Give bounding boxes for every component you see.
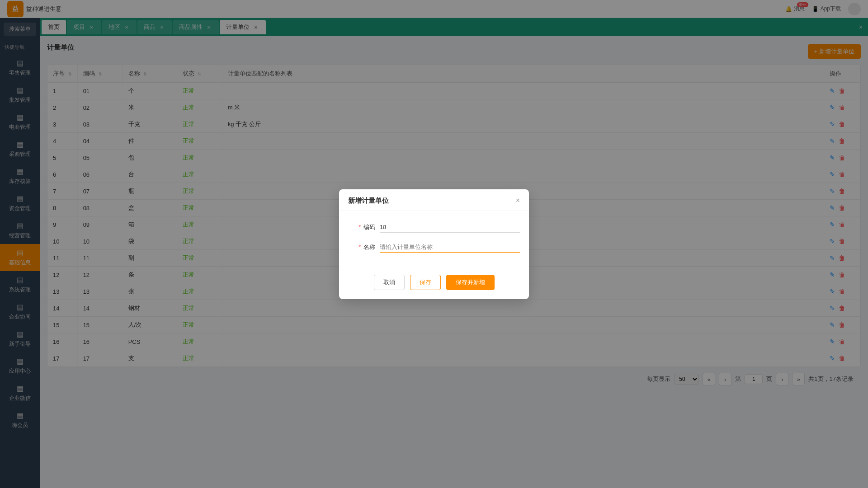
code-field: * 编码 (348, 222, 520, 233)
required-star: * (359, 244, 361, 250)
code-label: * 编码 (348, 223, 375, 231)
cancel-button[interactable]: 取消 (374, 275, 405, 290)
modal-body: * 编码 * 名称 (339, 211, 529, 269)
save-button[interactable]: 保存 (410, 275, 441, 290)
add-unit-modal: 新增计量单位 × * 编码 * 名称 取消 保存 保存并新增 (339, 189, 529, 299)
modal-header: 新增计量单位 × (339, 189, 529, 211)
required-star: * (359, 224, 361, 230)
modal-footer: 取消 保存 保存并新增 (339, 269, 529, 299)
code-input[interactable] (380, 222, 520, 233)
modal-overlay: 新增计量单位 × * 编码 * 名称 取消 保存 保存并新增 (0, 0, 868, 488)
modal-title: 新增计量单位 (348, 197, 389, 205)
save-and-new-button[interactable]: 保存并新增 (446, 275, 495, 290)
modal-close-button[interactable]: × (516, 197, 520, 204)
name-label: * 名称 (348, 243, 375, 251)
name-input[interactable] (380, 242, 520, 253)
name-field: * 名称 (348, 242, 520, 253)
